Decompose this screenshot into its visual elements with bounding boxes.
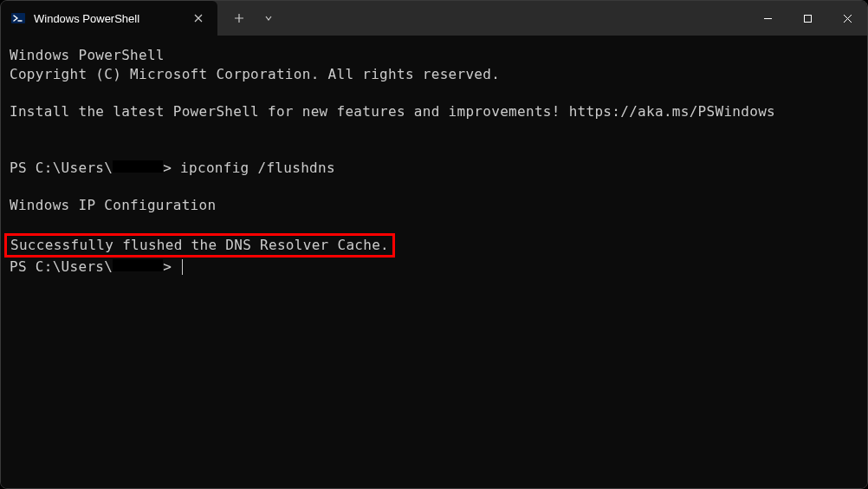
command-text: ipconfig /flushdns: [180, 160, 335, 176]
terminal-output[interactable]: Windows PowerShellCopyright (C) Microsof…: [1, 36, 867, 488]
terminal-line: Successfully flushed the DNS Resolver Ca…: [10, 233, 858, 258]
tab-close-button[interactable]: [190, 10, 207, 27]
terminal-line: Windows PowerShell: [10, 46, 858, 65]
cursor: [182, 259, 183, 275]
terminal-line: [10, 83, 858, 102]
close-button[interactable]: [827, 1, 867, 36]
prompt-suffix: >: [163, 160, 180, 176]
titlebar-drag-area[interactable]: [282, 1, 748, 36]
prompt-prefix: PS C:\Users\: [10, 258, 113, 275]
tab-title: Windows PowerShell: [34, 12, 172, 25]
prompt-suffix: >: [163, 258, 180, 275]
new-tab-button[interactable]: [226, 5, 252, 31]
powershell-icon: [11, 11, 25, 25]
tab-dropdown-button[interactable]: [256, 5, 282, 31]
prompt-prefix: PS C:\Users\: [10, 160, 113, 176]
terminal-line: [10, 177, 858, 196]
terminal-line: [10, 121, 858, 140]
redacted-username: [113, 160, 163, 173]
prompt-line: PS C:\Users\> ipconfig /flushdns: [10, 159, 858, 178]
minimize-button[interactable]: [748, 1, 787, 36]
maximize-button[interactable]: [787, 1, 827, 36]
terminal-line: Install the latest PowerShell for new fe…: [10, 102, 858, 121]
terminal-line: Windows IP Configuration: [10, 196, 858, 215]
terminal-line: Copyright (C) Microsoft Corporation. All…: [10, 65, 858, 84]
terminal-line: [10, 140, 858, 159]
titlebar: Windows PowerShell: [1, 1, 867, 36]
redacted-username: [113, 259, 163, 271]
highlighted-output: Successfully flushed the DNS Resolver Ca…: [4, 233, 395, 258]
svg-rect-0: [11, 13, 25, 23]
prompt-line: PS C:\Users\>: [10, 258, 858, 277]
terminal-line: [10, 214, 858, 233]
tab-powershell[interactable]: Windows PowerShell: [1, 1, 217, 36]
tab-actions: [217, 1, 282, 36]
svg-rect-3: [804, 15, 811, 22]
window-controls: [748, 1, 867, 36]
terminal-window: Windows PowerShell Windows: [0, 0, 868, 489]
